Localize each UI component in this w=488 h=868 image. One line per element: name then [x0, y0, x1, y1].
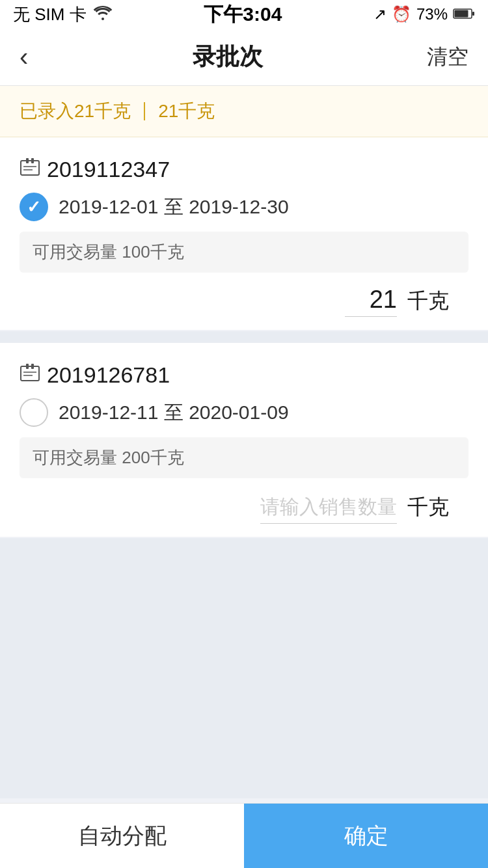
qty-unit-1: 千克	[407, 287, 449, 316]
nav-bar: ‹ 录批次 清空	[0, 29, 488, 86]
batch-date-row-2: 2019-12-11 至 2020-01-09	[20, 398, 468, 427]
svg-rect-1	[454, 10, 468, 18]
qty-input-1[interactable]: 21	[345, 286, 397, 317]
svg-rect-10	[31, 364, 34, 369]
batch-item-2: 2019126781 2019-12-11 至 2020-01-09 可用交易量…	[0, 343, 488, 537]
info-divider	[144, 102, 145, 120]
battery-label: 73%	[416, 5, 448, 23]
qty-unit-2: 千克	[407, 493, 449, 522]
batch-id-2: 2019126781	[47, 362, 170, 388]
section-divider	[0, 331, 488, 343]
batch-date-row-1: 2019-12-01 至 2019-12-30	[20, 193, 468, 221]
bottom-bar: 自动分配 确定	[0, 803, 488, 868]
status-left: 无 SIM 卡	[13, 3, 113, 26]
svg-rect-9	[26, 364, 29, 369]
page-title: 录批次	[193, 41, 263, 73]
qty-input-row-1: 21 千克	[20, 273, 468, 330]
info-bar: 已录入21千克 21千克	[0, 86, 488, 137]
wifi-icon	[93, 5, 113, 25]
batch-icon-2	[20, 364, 40, 387]
qty-placeholder-2: 请输入销售数量	[260, 496, 397, 517]
qty-input-row-2: 请输入销售数量 千克	[20, 478, 468, 537]
available-qty-2: 可用交易量 200千克	[20, 437, 468, 478]
location-icon: ↗	[373, 5, 386, 23]
available-qty-1: 可用交易量 100千克	[20, 232, 468, 273]
batch-item-1: 2019112347 2019-12-01 至 2019-12-30 可用交易量…	[0, 137, 488, 330]
radio-1[interactable]	[20, 193, 48, 221]
batch-id-1: 2019112347	[47, 157, 170, 182]
batch-header-2: 2019126781	[20, 362, 468, 388]
auto-distribute-button[interactable]: 自动分配	[0, 804, 244, 868]
svg-rect-4	[26, 158, 29, 163]
qty-input-2[interactable]: 请输入销售数量	[260, 491, 397, 524]
clear-button[interactable]: 清空	[427, 43, 468, 72]
svg-rect-8	[21, 366, 39, 381]
recorded-label: 已录入21千克	[20, 99, 131, 124]
status-right: ↗ ⏰ 73%	[373, 5, 475, 23]
svg-rect-3	[21, 161, 39, 175]
main-content: 2019112347 2019-12-01 至 2019-12-30 可用交易量…	[0, 137, 488, 863]
status-bar: 无 SIM 卡 下午3:04 ↗ ⏰ 73%	[0, 0, 488, 29]
sim-label: 无 SIM 卡	[13, 3, 87, 26]
batch-date-2: 2019-12-11 至 2020-01-09	[59, 400, 289, 426]
status-time: 下午3:04	[204, 1, 282, 28]
recorded-value: 21千克	[158, 99, 215, 124]
batch-header-1: 2019112347	[20, 157, 468, 182]
battery-icon	[453, 5, 475, 23]
alarm-icon: ⏰	[392, 5, 411, 23]
batch-icon-1	[20, 158, 40, 181]
confirm-button[interactable]: 确定	[244, 804, 488, 868]
radio-2[interactable]	[20, 398, 48, 427]
svg-rect-5	[31, 158, 34, 163]
batch-date-1: 2019-12-01 至 2019-12-30	[59, 194, 289, 221]
svg-rect-2	[472, 12, 474, 16]
back-button[interactable]: ‹	[20, 42, 28, 72]
empty-area	[0, 538, 488, 798]
